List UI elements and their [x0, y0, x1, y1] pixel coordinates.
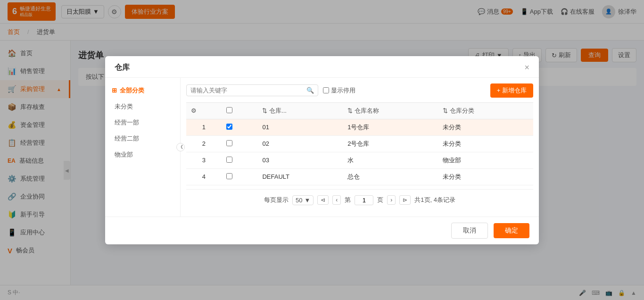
- row-code: 01: [257, 119, 343, 135]
- th-gear: ⚙: [186, 102, 222, 119]
- warehouse-table: ⚙ ⇅ 仓库... ⇅ 仓库名称: [186, 102, 533, 185]
- modal-toolbar: 🔍 显示停用 + 新增仓库: [186, 83, 533, 98]
- category-item-3[interactable]: 物业部: [105, 147, 180, 163]
- row-code: 02: [257, 135, 343, 152]
- search-box: 🔍: [186, 84, 318, 96]
- cancel-button[interactable]: 取消: [451, 223, 488, 239]
- category-item-1[interactable]: 经营一部: [105, 115, 180, 131]
- next-page-button[interactable]: ›: [387, 195, 396, 205]
- th-category[interactable]: ⇅ 仓库分类: [438, 102, 533, 119]
- warehouse-modal: 仓库 × ⊞ 全部分类 未分类 经营一部 经营二部: [105, 56, 539, 244]
- show-disabled-check[interactable]: [323, 87, 329, 93]
- all-category-header[interactable]: ⊞ 全部分类: [105, 83, 180, 99]
- row-code: 03: [257, 152, 343, 168]
- search-icon: 🔍: [306, 87, 314, 94]
- row-category: 未分类: [438, 135, 533, 152]
- category-item-2[interactable]: 经营二部: [105, 131, 180, 147]
- th-checkbox: [222, 102, 258, 119]
- row-checkbox[interactable]: [222, 152, 258, 168]
- row-num: 3: [186, 152, 222, 168]
- row-num: 1: [186, 119, 222, 135]
- row-checkbox[interactable]: [222, 135, 258, 152]
- table-header-row: ⚙ ⇅ 仓库... ⇅ 仓库名称: [186, 102, 533, 119]
- modal-close-button[interactable]: ×: [524, 63, 529, 73]
- modal-header: 仓库 ×: [105, 56, 539, 78]
- row-name: 1号仓库: [343, 119, 438, 135]
- th-code[interactable]: ⇅ 仓库...: [257, 102, 343, 119]
- table-row[interactable]: 2 02 2号仓库 未分类: [186, 135, 533, 152]
- row-code: DEFAULT: [257, 168, 343, 185]
- last-page-button[interactable]: ⊳: [399, 195, 411, 205]
- modal-table-area: 🔍 显示停用 + 新增仓库 ⚙: [181, 78, 539, 217]
- per-page-select[interactable]: 50 ▼: [292, 195, 314, 205]
- first-page-button[interactable]: ⊲: [317, 195, 329, 205]
- row-name: 2号仓库: [343, 135, 438, 152]
- grid-icon: ⊞: [112, 87, 117, 94]
- th-name[interactable]: ⇅ 仓库名称: [343, 102, 438, 119]
- row-checkbox[interactable]: [222, 119, 258, 135]
- modal-body: ⊞ 全部分类 未分类 经营一部 经营二部 物业部 《: [105, 78, 539, 217]
- prev-page-button[interactable]: ‹: [332, 195, 341, 205]
- category-sidebar: ⊞ 全部分类 未分类 经营一部 经营二部 物业部 《: [105, 78, 181, 217]
- confirm-button[interactable]: 确定: [494, 223, 529, 238]
- add-warehouse-button[interactable]: + 新增仓库: [490, 83, 533, 98]
- modal-footer: 取消 确定: [105, 217, 539, 244]
- row-name: 水: [343, 152, 438, 168]
- sort-icon-cat: ⇅: [443, 107, 448, 114]
- row-name: 总仓: [343, 168, 438, 185]
- show-disabled-checkbox[interactable]: 显示停用: [323, 86, 355, 95]
- row-category: 物业部: [438, 152, 533, 168]
- modal-title: 仓库: [115, 63, 130, 73]
- page-number-input[interactable]: [355, 195, 373, 205]
- row-category: 未分类: [438, 119, 533, 135]
- category-item-0[interactable]: 未分类: [105, 99, 180, 115]
- pagination: 每页显示 50 ▼ ⊲ ‹ 第 页 › ⊳ 共1页, 4条记录: [186, 189, 533, 211]
- modal-overlay[interactable]: 仓库 × ⊞ 全部分类 未分类 经营一部 经营二部: [0, 0, 644, 300]
- select-all-checkbox[interactable]: [226, 107, 232, 113]
- row-checkbox[interactable]: [222, 168, 258, 185]
- table-row[interactable]: 3 03 水 物业部: [186, 152, 533, 168]
- row-num: 2: [186, 135, 222, 152]
- table-wrapper: ⚙ ⇅ 仓库... ⇅ 仓库名称: [186, 102, 533, 185]
- table-row[interactable]: 4 DEFAULT 总仓 未分类: [186, 168, 533, 185]
- sort-icon-name: ⇅: [347, 107, 353, 114]
- gear-col-icon: ⚙: [191, 107, 197, 114]
- category-collapse-button[interactable]: 《: [176, 143, 185, 151]
- sort-icon: ⇅: [262, 107, 267, 114]
- search-input[interactable]: [190, 87, 305, 94]
- row-category: 未分类: [438, 168, 533, 185]
- row-num: 4: [186, 168, 222, 185]
- table-row[interactable]: 1 01 1号仓库 未分类: [186, 119, 533, 135]
